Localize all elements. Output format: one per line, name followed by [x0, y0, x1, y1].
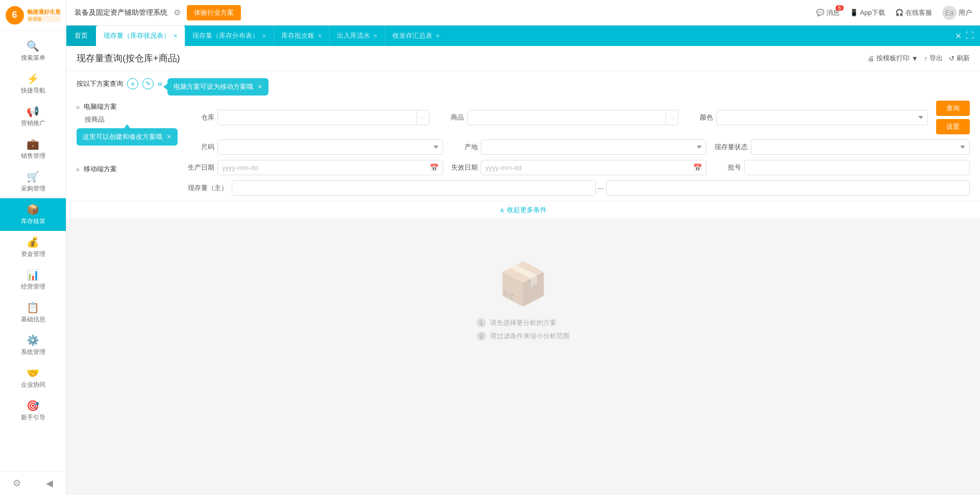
production-date-input[interactable]: yyyy-mm-dd 📅: [217, 160, 443, 175]
stock-qty-label: 现存量（主）: [188, 183, 228, 193]
tab-collect[interactable]: 收发存汇总表 ✕: [385, 26, 447, 46]
sidebar-item-label: 资金管理: [21, 250, 45, 258]
user-menu[interactable]: Ea 用户: [942, 6, 972, 20]
sidebar-item-sales[interactable]: 💼 销售管理: [0, 133, 66, 166]
tab-inout-label: 出入库流水: [337, 31, 370, 40]
tab-stock-dist-close[interactable]: ✕: [262, 33, 266, 39]
sidebar-item-enterprise[interactable]: 🤝 企业协同: [0, 362, 66, 394]
headset-icon: 🎧: [895, 9, 903, 16]
collapse-row: ∧ 收起更多条件: [66, 201, 980, 219]
warehouse-menu-icon[interactable]: ···: [416, 110, 429, 125]
search-icon: 🔍: [27, 40, 39, 52]
collapse-button[interactable]: ∧ 收起更多条件: [500, 205, 547, 215]
tab-inout[interactable]: 出入库流水 ✕: [329, 26, 385, 46]
print-button[interactable]: 🖨 按模板打印 ▼: [868, 54, 918, 63]
size-select[interactable]: [217, 139, 443, 155]
prod-date-label: 生产日期: [188, 163, 214, 172]
reset-button[interactable]: 设置: [936, 119, 970, 134]
sidebar-item-guide[interactable]: 🎯 新手引导: [0, 394, 66, 427]
tab-stock-status-close[interactable]: ✕: [173, 33, 178, 39]
topbar: 装备及固定资产辅助管理系统 ⚙ 体验行业方案 💬 消息 6 📱 App下载 🎧 …: [66, 0, 980, 26]
logo-text: 畅捷通好生意 标准版: [27, 8, 61, 22]
batch-no-label: 批号: [715, 163, 741, 172]
goods-label: 商品: [437, 113, 464, 122]
expiry-date-field: 失效日期 yyyy-mm-dd 📅: [451, 160, 706, 175]
tab-collect-label: 收发存汇总表: [393, 31, 432, 40]
collapse-chevron-icon: ∧: [500, 206, 505, 214]
scheme-name-item[interactable]: 按商品: [77, 115, 178, 124]
sidebar-item-basic[interactable]: 📋 基础信息: [0, 296, 66, 329]
tab-stock-dist-label: 现存量（库存分布表）: [192, 31, 259, 40]
warehouse-input[interactable]: ···: [217, 110, 429, 125]
tab-collect-close[interactable]: ✕: [435, 33, 440, 39]
sidebar-item-marketing[interactable]: 📢 营销推广: [0, 100, 66, 133]
origin-select[interactable]: [481, 139, 706, 155]
pc-scheme-row: ▶ 电脑端方案: [77, 101, 178, 113]
search-button[interactable]: 查询: [936, 101, 970, 116]
edit-scheme-button[interactable]: ✎: [142, 78, 154, 89]
production-date-field: 生产日期 yyyy-mm-dd 📅: [188, 160, 443, 175]
sidebar-item-inventory[interactable]: 📦 库存核算: [0, 198, 66, 231]
filter-panel: 按以下方案查询 + ✎ « 电脑方案可设为移动方案哦 ✕: [66, 71, 980, 219]
prod-date-calendar-icon: 📅: [430, 163, 438, 172]
batch-no-input[interactable]: [744, 160, 970, 175]
color-field: 颜色: [687, 110, 928, 125]
tab-batch-close[interactable]: ✕: [317, 33, 322, 39]
sidebar-item-finance[interactable]: 💰 资金管理: [0, 231, 66, 264]
money-icon: 💰: [27, 236, 39, 248]
clipboard-icon: 📋: [27, 301, 39, 314]
sidebar-item-purchase[interactable]: 🛒 采购管理: [0, 166, 66, 198]
sidebar-item-quick[interactable]: ⚡ 快捷导航: [0, 67, 66, 100]
logo-name: 畅捷通好生意: [27, 8, 61, 16]
tab-stock-status-label: 现存量（库存状况表）: [104, 31, 170, 40]
collapse-sidebar-icon[interactable]: ◀: [46, 478, 53, 489]
tab-home[interactable]: 首页: [66, 26, 96, 46]
color-label: 颜色: [687, 113, 713, 122]
tab-batch[interactable]: 库存批次账 ✕: [274, 26, 329, 46]
goods-menu-icon[interactable]: ···: [666, 110, 678, 125]
logo-badge: 标准版: [27, 16, 61, 22]
expiry-date-label: 失效日期: [451, 163, 478, 172]
target-icon: 🎯: [27, 399, 39, 412]
export-button[interactable]: ↑ 导出: [924, 54, 943, 63]
close-all-tabs-icon[interactable]: ✕: [955, 31, 962, 41]
expiry-date-input[interactable]: yyyy-mm-dd 📅: [481, 160, 706, 175]
size-field: 尺码: [188, 139, 443, 155]
refresh-button[interactable]: ↺ 刷新: [949, 54, 970, 63]
add-scheme-button[interactable]: +: [127, 78, 138, 89]
online-support-button[interactable]: 🎧 在线客服: [895, 8, 932, 17]
stock-qty-min-input[interactable]: [232, 180, 596, 196]
topbar-gear-icon[interactable]: ⚙: [174, 8, 181, 17]
cart-icon: 🛒: [27, 171, 39, 183]
tab-stock-dist[interactable]: 现存量（库存分布表） ✕: [185, 26, 274, 46]
online-support-label: 在线客服: [905, 8, 932, 17]
industry-plan-button[interactable]: 体验行业方案: [187, 5, 241, 20]
system-name: 装备及固定资产辅助管理系统: [75, 8, 167, 17]
message-button[interactable]: 💬 消息 6: [816, 8, 840, 17]
hint-num-1: 1: [477, 318, 486, 327]
goods-input[interactable]: ···: [467, 110, 679, 125]
tab-inout-close[interactable]: ✕: [373, 33, 378, 39]
app-download-button[interactable]: 📱 App下载: [850, 8, 885, 17]
tab-stock-status[interactable]: 现存量（库存状况表） ✕: [96, 26, 185, 46]
batch-no-field: 批号: [715, 160, 970, 175]
scheme-arrow-button[interactable]: «: [158, 79, 162, 88]
sidebar-item-label: 系统管理: [21, 348, 45, 357]
tooltip1-close[interactable]: ✕: [257, 83, 262, 90]
scheme-group: ▶ 电脑端方案 按商品 这里可以创建和修改方案哦 ✕: [77, 101, 178, 175]
mobile-scheme-row: ▶ 移动端方案: [77, 163, 178, 175]
briefcase-icon: 💼: [27, 138, 39, 150]
sidebar-item-system[interactable]: ⚙️ 系统管理: [0, 329, 66, 362]
empty-state-text: 1 请先选择要分析的方案 2 用过滤条件来缩小分析范围: [477, 318, 570, 341]
phone-icon: 📱: [850, 9, 858, 16]
stock-status-select[interactable]: [751, 139, 970, 155]
handshake-icon: 🤝: [27, 367, 39, 379]
color-select[interactable]: [716, 110, 928, 125]
sidebar-item-operations[interactable]: 📊 经营管理: [0, 264, 66, 296]
stock-qty-max-input[interactable]: [606, 180, 970, 196]
tab-home-label: 首页: [75, 31, 88, 40]
sidebar-item-search[interactable]: 🔍 搜索菜单: [0, 35, 66, 67]
settings-icon[interactable]: ⚙: [13, 478, 21, 489]
expand-tab-icon[interactable]: ⛶: [966, 31, 974, 40]
tooltip2-close[interactable]: ✕: [166, 133, 172, 140]
